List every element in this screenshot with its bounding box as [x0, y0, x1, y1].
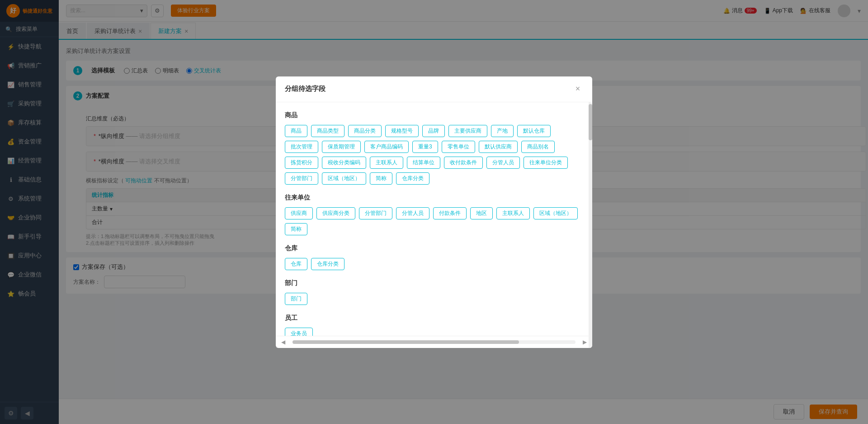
field-tag[interactable]: 仓库分类 [396, 172, 429, 185]
modal-footer-scroll: ◀ ▶ [276, 336, 592, 348]
field-tag[interactable]: 重量3 [412, 141, 438, 153]
modal-body: 商品 商品 商品类型 商品分类 规格型号 品牌 主要供应商 产地 默认仓库 批次… [276, 102, 592, 336]
field-section-partner: 往来单位 供应商 供应商分类 分管部门 分管人员 付款条件 地区 主联系人 区域… [285, 194, 583, 235]
field-tag[interactable]: 默认供应商 [479, 141, 518, 153]
field-tag[interactable]: 业务员 [285, 328, 313, 336]
field-tag[interactable]: 商品别名 [521, 141, 555, 153]
field-tag[interactable]: 商品分类 [348, 125, 382, 137]
vertical-scrollbar-thumb[interactable] [589, 104, 592, 140]
field-section-warehouse-title: 仓库 [285, 244, 583, 252]
field-tag[interactable]: 仓库分类 [311, 258, 344, 270]
field-tag[interactable]: 地区 [470, 207, 493, 219]
modal-title: 分组待选字段 [285, 85, 326, 93]
field-tag[interactable]: 简称 [370, 172, 392, 185]
modal-close-button[interactable]: × [572, 84, 583, 95]
field-tag[interactable]: 产地 [491, 125, 514, 137]
field-tag[interactable]: 商品类型 [311, 125, 344, 137]
field-tag[interactable]: 供应商分类 [316, 207, 355, 219]
field-tag[interactable]: 简称 [285, 223, 307, 235]
field-section-employee: 员工 业务员 [285, 314, 583, 336]
field-tag[interactable]: 保质期管理 [322, 141, 361, 153]
field-tag[interactable]: 收付款条件 [444, 157, 483, 169]
field-section-employee-title: 员工 [285, 314, 583, 322]
field-tag[interactable]: 默认仓库 [517, 125, 551, 137]
field-tag[interactable]: 主联系人 [496, 207, 530, 219]
field-section-product: 商品 商品 商品类型 商品分类 规格型号 品牌 主要供应商 产地 默认仓库 批次… [285, 111, 583, 185]
field-section-warehouse: 仓库 仓库 仓库分类 [285, 244, 583, 270]
field-tag[interactable]: 分管人员 [396, 207, 429, 219]
vertical-scrollbar-track[interactable] [589, 102, 592, 348]
field-tag[interactable]: 区域（地区） [533, 207, 578, 219]
field-tag[interactable]: 税收分类编码 [322, 157, 366, 169]
field-tag[interactable]: 往来单位分类 [524, 157, 568, 169]
field-grid-partner: 供应商 供应商分类 分管部门 分管人员 付款条件 地区 主联系人 区域（地区） … [285, 207, 583, 235]
field-tag[interactable]: 分管部门 [359, 207, 392, 219]
field-tag[interactable]: 分管人员 [486, 157, 520, 169]
field-select-modal: 分组待选字段 × 商品 商品 商品类型 商品分类 规格型号 品牌 主要供应商 产… [276, 76, 592, 348]
field-tag[interactable]: 零售单位 [442, 141, 475, 153]
field-tag[interactable]: 供应商 [285, 207, 313, 219]
field-tag[interactable]: 批次管理 [285, 141, 318, 153]
modal-overlay: 分组待选字段 × 商品 商品 商品类型 商品分类 规格型号 品牌 主要供应商 产… [0, 0, 868, 424]
field-grid-warehouse: 仓库 仓库分类 [285, 258, 583, 270]
field-tag[interactable]: 拣货积分 [285, 157, 318, 169]
field-tag[interactable]: 规格型号 [385, 125, 419, 137]
field-tag[interactable]: 仓库 [285, 258, 307, 270]
field-tag[interactable]: 区域（地区） [322, 172, 366, 185]
field-tag[interactable]: 商品 [285, 125, 307, 137]
field-section-department-title: 部门 [285, 279, 583, 287]
field-section-department: 部门 部门 [285, 279, 583, 305]
field-tag[interactable]: 主要供应商 [448, 125, 487, 137]
field-tag[interactable]: 品牌 [422, 125, 445, 137]
modal-header: 分组待选字段 × [276, 76, 592, 102]
scroll-right-arrow[interactable]: ▶ [581, 338, 589, 346]
field-grid-department: 部门 [285, 293, 583, 305]
field-grid-employee: 业务员 [285, 328, 583, 336]
horizontal-scrollbar[interactable] [292, 340, 576, 344]
scroll-left-arrow[interactable]: ◀ [279, 338, 287, 346]
field-tag[interactable]: 付款条件 [433, 207, 467, 219]
field-tag[interactable]: 部门 [285, 293, 307, 305]
field-tag[interactable]: 客户商品编码 [364, 141, 409, 153]
horizontal-scrollbar-thumb[interactable] [292, 340, 519, 344]
field-tag[interactable]: 主联系人 [370, 157, 403, 169]
field-grid-product: 商品 商品类型 商品分类 规格型号 品牌 主要供应商 产地 默认仓库 批次管理 … [285, 125, 583, 185]
field-section-partner-title: 往来单位 [285, 194, 583, 202]
field-section-product-title: 商品 [285, 111, 583, 119]
field-tag[interactable]: 分管部门 [285, 172, 318, 185]
field-tag[interactable]: 结算单位 [407, 157, 440, 169]
